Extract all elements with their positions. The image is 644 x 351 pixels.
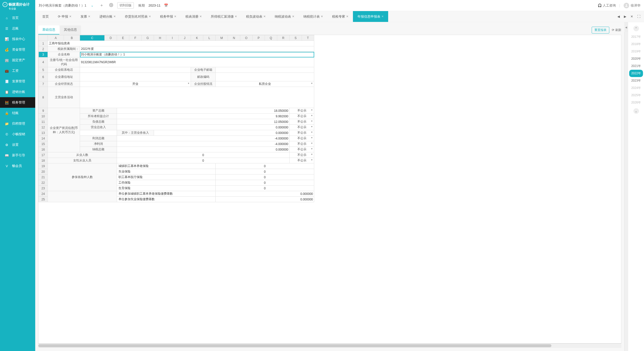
sidebar-item-8[interactable]: 🧮税务管理	[0, 97, 35, 108]
close-icon[interactable]: ✕	[292, 15, 294, 18]
cell[interactable]: 0	[117, 152, 290, 158]
col-header[interactable]: H	[154, 35, 166, 41]
col-header[interactable]: S	[290, 35, 302, 41]
add-account-button[interactable]: ＋	[98, 3, 105, 8]
dropdown-cell[interactable]: 不公示	[290, 130, 314, 136]
close-icon[interactable]: ✕	[69, 15, 71, 18]
cell[interactable]: -4.000000	[117, 136, 290, 141]
col-header[interactable]: O	[240, 35, 253, 41]
close-icon[interactable]: ✕	[88, 15, 90, 18]
horizontal-scrollbar[interactable]	[38, 343, 621, 348]
vertical-scrollbar[interactable]	[624, 22, 628, 351]
row-header[interactable]: 18	[39, 158, 48, 163]
row-header[interactable]: 11	[39, 119, 48, 125]
row-header[interactable]: 10	[39, 114, 48, 119]
year-item[interactable]: 2021年	[629, 62, 643, 70]
cell[interactable]: 0.000000	[117, 125, 290, 130]
tab-6[interactable]: 税表清册✕	[181, 11, 206, 22]
sidebar-item-12[interactable]: ⚙设置	[0, 139, 35, 150]
switch-old-button[interactable]: 切到旧版	[117, 2, 134, 9]
tab-10[interactable]: 纳税统计表✕	[299, 11, 328, 22]
dropdown-cell[interactable]: 不公示	[290, 114, 314, 119]
row-header[interactable]: 12	[39, 125, 48, 130]
sidebar-item-7[interactable]: 📋进销台账	[0, 87, 35, 97]
col-header[interactable]: A	[48, 35, 64, 41]
tab-3[interactable]: 进销台账✕	[95, 11, 120, 22]
cell[interactable]: -4.000000	[117, 141, 290, 147]
sidebar-item-1[interactable]: ☰总账	[0, 23, 35, 34]
tab-4[interactable]: 存货别名对照表✕	[120, 11, 155, 22]
tabs-close-icon[interactable]: ✕	[629, 14, 634, 19]
row-header[interactable]: 21	[39, 174, 48, 180]
row-header[interactable]: 6	[39, 73, 48, 81]
close-icon[interactable]: ✕	[235, 15, 237, 18]
sheet-tab-0[interactable]: 基础信息	[38, 25, 59, 34]
col-header[interactable]: B	[64, 35, 80, 41]
row-header[interactable]: 4	[39, 57, 48, 67]
row-header[interactable]: 8	[39, 87, 48, 108]
cell[interactable]: 0.000000	[216, 197, 314, 202]
row-header[interactable]: 20	[39, 169, 48, 174]
calendar-icon[interactable]: 📅	[164, 4, 168, 7]
close-icon[interactable]: ✕	[174, 15, 176, 18]
col-header[interactable]	[39, 35, 48, 41]
cell[interactable]: 0	[216, 169, 314, 174]
dropdown-cell[interactable]: 不公示	[290, 158, 314, 163]
col-header[interactable]: I	[166, 35, 179, 41]
year-item[interactable]: 2018年	[629, 41, 643, 48]
row-header[interactable]: 24	[39, 191, 48, 197]
sidebar-item-10[interactable]: 📁归档管理	[0, 118, 35, 129]
row-header[interactable]: 19	[39, 163, 48, 169]
cell[interactable]: 18.050000	[117, 108, 290, 114]
tab-5[interactable]: 税务申报✕	[155, 11, 181, 22]
sidebar-item-0[interactable]: ⌂首页	[0, 13, 35, 23]
tab-12[interactable]: 年报信息申报表✕	[353, 11, 388, 22]
spreadsheet[interactable]: ABCDEFGHIJKLMNOPQRST1工商年报信息表2税款所属期间：2022…	[38, 35, 621, 343]
close-icon[interactable]: ✕	[381, 15, 384, 18]
col-header[interactable]: M	[216, 35, 228, 41]
year-down-icon[interactable]: ⌄	[633, 108, 639, 114]
dropdown-cell[interactable]: 不公示	[290, 147, 314, 152]
cell[interactable]: 91320811MA7NGR2W6R	[80, 57, 314, 67]
close-icon[interactable]: ✕	[346, 15, 348, 18]
cell[interactable]: 0	[117, 158, 290, 163]
sidebar-item-5[interactable]: 💼工资	[0, 65, 35, 76]
refresh-button[interactable]: ⟳ 刷新	[612, 27, 621, 33]
account-dropdown-icon[interactable]: ⌄	[89, 4, 96, 7]
col-header[interactable]: D	[105, 35, 117, 41]
row-header[interactable]: 3	[39, 52, 48, 57]
col-header[interactable]: K	[191, 35, 203, 41]
col-header[interactable]: L	[203, 35, 216, 41]
col-header[interactable]: J	[179, 35, 191, 41]
user-menu[interactable]: 徐泽华	[624, 3, 640, 8]
tab-9[interactable]: 纳税波动表✕	[270, 11, 299, 22]
close-icon[interactable]: ✕	[199, 15, 202, 18]
col-header[interactable]: T	[302, 35, 314, 41]
row-header[interactable]: 5	[39, 67, 48, 73]
row-header[interactable]: 16	[39, 147, 48, 152]
tab-1[interactable]: ⟳申报✕	[53, 11, 76, 22]
sheet-tab-1[interactable]: 其他信息	[60, 25, 81, 34]
close-icon[interactable]: ✕	[149, 15, 151, 18]
col-header[interactable]: F	[129, 35, 142, 41]
year-item[interactable]: 2020年	[629, 55, 643, 62]
row-header[interactable]: 1	[39, 41, 48, 46]
cell[interactable]: 0	[216, 163, 314, 169]
col-header[interactable]: R	[277, 35, 290, 41]
dropdown-cell[interactable]: 开业	[80, 81, 191, 87]
sidebar-item-3[interactable]: 💰资金管理	[0, 44, 35, 55]
col-header[interactable]: P	[253, 35, 265, 41]
cell[interactable]	[80, 73, 191, 81]
dropdown-cell[interactable]: 不公示	[290, 119, 314, 125]
tab-2[interactable]: 发票✕	[76, 11, 95, 22]
tab-7[interactable]: 所得税汇算清缴✕	[206, 11, 242, 22]
year-up-icon[interactable]: ⌃	[633, 26, 639, 31]
dropdown-cell[interactable]: 不公示	[290, 141, 314, 147]
cell[interactable]: 2022年度	[80, 46, 314, 52]
row-header[interactable]: 7	[39, 81, 48, 87]
row-header[interactable]: 15	[39, 141, 48, 147]
cell[interactable]	[216, 73, 314, 81]
dropdown-cell[interactable]: 不公示	[290, 136, 314, 141]
sidebar-item-2[interactable]: 📊报表中心	[0, 34, 35, 44]
row-header[interactable]: 17	[39, 152, 48, 158]
